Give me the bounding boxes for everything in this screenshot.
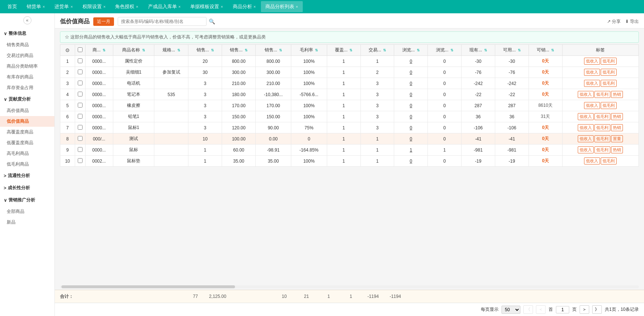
col-sellable-stock-header[interactable]: 可销... ⇅ bbox=[529, 45, 562, 56]
nav-analysis-close[interactable]: × bbox=[254, 4, 256, 9]
page-number-input[interactable] bbox=[556, 306, 569, 313]
nav-product-inbound[interactable]: 产成品入库单 × bbox=[144, 1, 185, 12]
col-code-header[interactable]: 商... ⇅ bbox=[85, 45, 113, 56]
col-settings[interactable]: ⚙ bbox=[60, 45, 75, 56]
sidebar-item-traded-products[interactable]: 交易过的商品 bbox=[0, 50, 54, 61]
sidebar-item-stocked-products[interactable]: 有库存的商品 bbox=[0, 72, 54, 82]
sidebar-group-flow[interactable]: > 流通性分析 bbox=[0, 170, 54, 182]
page-size-select[interactable]: 50 20 100 200 bbox=[502, 306, 520, 314]
row-checkbox[interactable] bbox=[78, 125, 83, 130]
row-views1[interactable]: 0 bbox=[394, 133, 428, 145]
nav-role-close[interactable]: × bbox=[136, 4, 138, 9]
col-coverage-header[interactable]: 覆盖... ⇅ bbox=[327, 45, 360, 56]
col-sales-qty-header[interactable]: 销售... ⇅ bbox=[188, 45, 222, 56]
search-input[interactable] bbox=[118, 17, 207, 26]
row-checkbox[interactable] bbox=[78, 69, 83, 74]
row-checkbox[interactable] bbox=[78, 58, 83, 63]
stock-link[interactable]: 0 bbox=[410, 92, 412, 97]
row-checkbox-cell[interactable] bbox=[75, 100, 85, 111]
stock-link[interactable]: 0 bbox=[410, 103, 412, 108]
col-sales-amount-header[interactable]: 销售... ⇅ bbox=[222, 45, 256, 56]
stock-link[interactable]: 0 bbox=[410, 125, 412, 130]
share-btn[interactable]: ↗ 分享 bbox=[607, 18, 621, 25]
row-checkbox[interactable] bbox=[78, 114, 83, 119]
nav-list-close[interactable]: × bbox=[296, 4, 298, 9]
nav-purchase[interactable]: 进货单 × bbox=[50, 1, 77, 12]
nav-role-auth[interactable]: 角色授权 × bbox=[111, 1, 142, 12]
row-checkbox-cell[interactable] bbox=[75, 133, 85, 145]
row-checkbox[interactable] bbox=[78, 147, 83, 152]
row-checkbox[interactable] bbox=[78, 136, 83, 141]
scrollbar-thumb[interactable] bbox=[61, 285, 235, 288]
row-checkbox-cell[interactable] bbox=[75, 56, 85, 67]
col-views2-header[interactable]: 浏览... ⇅ bbox=[428, 45, 462, 56]
sidebar-item-high-margin[interactable]: 高毛利商品 bbox=[0, 148, 54, 159]
row-checkbox-cell[interactable] bbox=[75, 111, 85, 122]
sidebar-item-inventory-capital[interactable]: 库存资金占用 bbox=[0, 82, 54, 93]
row-checkbox-cell[interactable] bbox=[75, 145, 85, 156]
prev-page-btn[interactable]: ＜ bbox=[536, 305, 546, 314]
nav-purchase-close[interactable]: × bbox=[70, 4, 73, 9]
row-views1[interactable]: 0 bbox=[394, 122, 428, 133]
row-checkbox-cell[interactable] bbox=[75, 122, 85, 133]
stock-link[interactable]: 0 bbox=[410, 136, 412, 142]
row-views1[interactable]: 0 bbox=[394, 78, 428, 89]
sidebar-group-contribution[interactable]: ∨ 贡献度分析 bbox=[0, 93, 54, 105]
sidebar-group-growth[interactable]: > 成长性分析 bbox=[0, 182, 54, 194]
nav-template-close[interactable]: × bbox=[221, 4, 223, 9]
stock-link[interactable]: 0 bbox=[410, 81, 412, 86]
stock-link[interactable]: 0 bbox=[410, 70, 412, 75]
nav-auth-settings[interactable]: 权限设置 × bbox=[78, 1, 110, 12]
row-views1[interactable]: 0 bbox=[394, 100, 428, 111]
nav-product-analysis-list[interactable]: 商品分析列表 × bbox=[261, 1, 302, 12]
stock-link[interactable]: 0 bbox=[410, 114, 412, 119]
filter-recent-month-btn[interactable]: 近一月 bbox=[93, 17, 114, 26]
sidebar-item-high-value[interactable]: 高价值商品 bbox=[0, 105, 54, 116]
nav-product-close[interactable]: × bbox=[178, 4, 181, 9]
last-page-btn[interactable]: 》 bbox=[592, 305, 602, 314]
col-sales-profit-header[interactable]: 销售... ⇅ bbox=[255, 45, 291, 56]
nav-template-settings[interactable]: 单据模板设置 × bbox=[186, 1, 227, 12]
sidebar-item-low-value[interactable]: 低价值商品 bbox=[0, 116, 54, 127]
col-checkbox-header[interactable] bbox=[75, 45, 85, 56]
sidebar-item-sales-products[interactable]: 销售类商品 bbox=[0, 40, 54, 50]
col-spec-header[interactable]: 规格... ⇅ bbox=[154, 45, 188, 56]
sidebar-group-overview[interactable]: ∨ 整体信息 bbox=[0, 27, 54, 40]
sidebar-item-all-products[interactable]: 全部商品 bbox=[0, 206, 54, 217]
sidebar-item-category-rate[interactable]: 商品分类助销率 bbox=[0, 61, 54, 72]
row-checkbox[interactable] bbox=[78, 92, 83, 96]
nav-auth-close[interactable]: × bbox=[103, 4, 105, 9]
stock-link[interactable]: 0 bbox=[410, 159, 412, 164]
row-views1[interactable]: 0 bbox=[394, 89, 428, 100]
sidebar-collapse-btn[interactable]: « bbox=[23, 16, 31, 24]
sidebar-item-low-margin[interactable]: 低毛利商品 bbox=[0, 159, 54, 170]
export-btn[interactable]: ⬇ 导出 bbox=[625, 18, 639, 25]
row-checkbox-cell[interactable] bbox=[75, 89, 85, 100]
settings-icon[interactable]: ⚙ bbox=[65, 47, 70, 53]
row-views1[interactable]: 0 bbox=[394, 111, 428, 122]
search-submit-btn[interactable]: 🔍 bbox=[209, 18, 215, 24]
row-checkbox-cell[interactable] bbox=[75, 67, 85, 78]
row-checkbox[interactable] bbox=[78, 103, 83, 108]
col-available-stock-header[interactable]: 可用... ⇅ bbox=[495, 45, 529, 56]
row-checkbox-cell[interactable] bbox=[75, 78, 85, 89]
row-views1[interactable]: 0 bbox=[394, 56, 428, 67]
select-all-checkbox[interactable] bbox=[78, 47, 83, 52]
sidebar-item-high-coverage[interactable]: 高覆盖度商品 bbox=[0, 127, 54, 137]
sidebar-group-marketing[interactable]: ∨ 营销推广分析 bbox=[0, 194, 54, 206]
col-current-stock-header[interactable]: 现有... ⇅ bbox=[462, 45, 495, 56]
col-margin-header[interactable]: 毛利率 ⇅ bbox=[291, 45, 327, 56]
nav-sales-close[interactable]: × bbox=[43, 4, 45, 9]
col-views1-header[interactable]: 浏览... ⇅ bbox=[394, 45, 428, 56]
nav-home[interactable]: 首页 bbox=[3, 1, 21, 12]
sidebar-item-low-coverage[interactable]: 低覆盖度商品 bbox=[0, 137, 54, 148]
stock-link[interactable]: 0 bbox=[410, 59, 412, 64]
stock-link[interactable]: 1 bbox=[410, 147, 412, 153]
first-page-btn[interactable]: 《 bbox=[523, 305, 533, 314]
row-checkbox[interactable] bbox=[78, 158, 83, 163]
col-name-header[interactable]: 商品名称 ⇅ bbox=[113, 45, 154, 56]
nav-sales[interactable]: 销货单 × bbox=[22, 1, 49, 12]
row-views1[interactable]: 1 bbox=[394, 145, 428, 156]
sidebar-item-new-products[interactable]: 新品 bbox=[0, 217, 54, 228]
row-views1[interactable]: 0 bbox=[394, 67, 428, 78]
